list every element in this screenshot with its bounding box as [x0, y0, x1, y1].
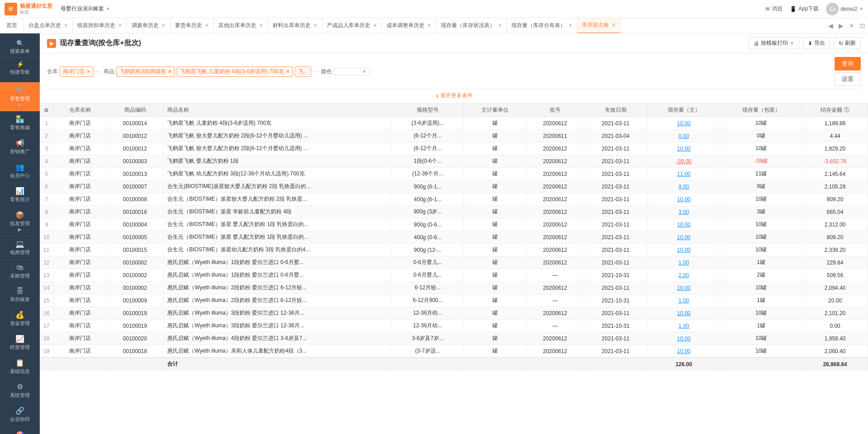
cell-qty-main[interactable]: 1.00 — [647, 256, 720, 269]
cell-qty-main[interactable]: 10.00 — [647, 142, 720, 155]
user-label: demo2 — [840, 6, 857, 12]
cell-qty-main[interactable]: 10.00 — [647, 332, 720, 345]
cell-qty-main[interactable]: 2.00 — [647, 269, 720, 282]
sidebar-item-retail-shop[interactable]: 🏪 零售商城 — [0, 111, 40, 135]
tab-close-7[interactable]: ✕ — [427, 23, 431, 28]
cell-batch: 20200612 — [526, 180, 584, 193]
cell-warehouse: 南岸门店 — [53, 282, 106, 294]
sidebar-item-guide[interactable]: 🎯 新手引导 — [0, 427, 40, 434]
sidebar-item-basic-info[interactable]: 📋 基础信息 — [0, 355, 40, 379]
tab-close-6[interactable]: ✕ — [373, 23, 377, 28]
setting-btn[interactable]: 设置 — [835, 72, 861, 86]
tab-close-3[interactable]: ✕ — [205, 23, 209, 28]
sidebar-item-finance[interactable]: 💰 资金管理 — [0, 307, 40, 331]
sidebar-item-enterprise[interactable]: 🔗 企业协同 — [0, 403, 40, 427]
cell-qty-main[interactable]: 3.00 — [647, 206, 720, 218]
product-tag-0-close-icon[interactable]: ✕ — [168, 69, 172, 75]
tab-close-0[interactable]: ✕ — [64, 23, 68, 28]
cell-qty-main[interactable]: 1.00 — [647, 294, 720, 307]
cell-balance: 2,105.28 — [802, 180, 868, 193]
user-area[interactable]: Ea demo2 ▼ — [826, 3, 863, 15]
sidebar-item-inventory[interactable]: 🗄 库存核算 — [0, 283, 40, 307]
tab-close-2[interactable]: ✕ — [161, 23, 165, 28]
sidebar-item-purchase[interactable]: 🛍 采购管理 — [0, 260, 40, 283]
refresh-btn[interactable]: ↻ 刷新 — [834, 37, 861, 49]
cell-num: 3 — [40, 142, 53, 155]
query-btn[interactable]: 查询 — [835, 57, 861, 71]
warehouse-tag[interactable]: 南岸门店 ✕ — [60, 66, 94, 77]
warehouse-more-btn[interactable]: ··· — [95, 68, 100, 75]
tab-item-0[interactable]: 分盘点单历史 ✕ — [24, 18, 73, 33]
cell-qty-main[interactable]: 0.00 — [647, 130, 720, 142]
tab-close-all-btn[interactable]: ✕ — [846, 18, 857, 33]
tab-item-7[interactable]: 成本调整单历史 ✕ — [382, 18, 436, 33]
product-tag-1-close-icon[interactable]: ✕ — [286, 69, 290, 75]
tab-item-8[interactable]: 现存量（库存状况表） ✕ — [436, 18, 507, 33]
cell-qty-pkg: -39罐 — [720, 155, 802, 168]
tab-item-1[interactable]: 组装拆卸单历史 ✕ — [73, 18, 127, 33]
cell-qty-main[interactable]: 9.00 — [647, 180, 720, 193]
expand-conditions-btn[interactable]: ∨ 展开更多条件 — [47, 89, 861, 99]
print-icon: 🖨 — [754, 40, 759, 47]
tab-item-3[interactable]: 要货单历史 ✕ — [170, 18, 214, 33]
sidebar-item-retail-mgmt[interactable]: 🛒 零售管理 ▶ — [0, 82, 40, 111]
col-settings[interactable]: ⚙ — [40, 104, 53, 117]
cell-qty-main[interactable]: 10.00 — [647, 282, 720, 294]
tab-menu-btn[interactable]: ⊡ — [857, 18, 868, 33]
search-menu-btn[interactable]: 🔍 搜索菜单 — [0, 37, 40, 57]
tab-item-5[interactable]: 材料出库单历史 ✕ — [268, 18, 322, 33]
product-more-btn[interactable]: ··· — [313, 68, 317, 75]
sidebar-item-wholesale[interactable]: 📦 批发管理 ▶ — [0, 207, 40, 236]
tab-next-btn[interactable]: ▶ — [836, 18, 846, 33]
cell-balance: -3,652.76 — [802, 155, 868, 168]
tab-item-6[interactable]: 产成品入库单历史 ✕ — [322, 18, 382, 33]
tab-home[interactable]: 首页 — [0, 18, 24, 33]
sidebar-item-member[interactable]: 👥 会员中心 — [0, 159, 40, 183]
product-tag-more[interactable]: 飞... — [295, 66, 311, 77]
tab-item-10[interactable]: 库存批次账 ✕ — [577, 18, 621, 33]
tab-item-2[interactable]: 调拨单历史 ✕ — [127, 18, 170, 33]
cell-spec: 900g (12-... — [392, 244, 463, 256]
tab-item-4[interactable]: 其他出库单历史 ✕ — [214, 18, 268, 33]
print-btn[interactable]: 🖨 按模板打印 ▼ — [749, 37, 799, 49]
cell-qty-main[interactable]: 10.00 — [647, 231, 720, 244]
collapse-sidebar-btn[interactable]: ▶ — [47, 39, 56, 48]
cell-qty-main[interactable]: 10.00 — [647, 117, 720, 130]
cell-qty-main[interactable]: 10.00 — [647, 244, 720, 256]
product-tag-more-value: 飞... — [298, 68, 308, 75]
quick-nav-label: 快捷导航 — [10, 69, 30, 75]
quick-nav-btn[interactable]: ⚡ 快捷导航 — [0, 57, 40, 78]
export-btn[interactable]: ⬇ 导出 — [803, 37, 830, 49]
tab-close-8[interactable]: ✕ — [498, 23, 502, 28]
cell-qty-main[interactable]: 10.00 — [647, 345, 720, 358]
product-tag-0[interactable]: 飞鹤奶粉3段两罐装 ✕ — [116, 66, 175, 77]
sidebar-item-ecommerce[interactable]: 💻 电商管理 — [0, 236, 40, 260]
cell-qty-main[interactable]: 11.00 — [647, 168, 720, 180]
tab-close-9[interactable]: ✕ — [568, 23, 572, 28]
cell-num: 11 — [40, 244, 53, 256]
tab-close-1[interactable]: ✕ — [118, 23, 122, 28]
tab-close-10[interactable]: ✕ — [612, 22, 616, 28]
tab-item-9[interactable]: 现存量（库存分布表） ✕ — [507, 18, 577, 33]
cell-qty-pkg: 10罐 — [720, 218, 802, 231]
warehouse-tag-close-icon[interactable]: ✕ — [86, 69, 90, 75]
color-filter-input[interactable]: ▼ — [334, 68, 370, 75]
cell-qty-main[interactable]: 10.00 — [647, 218, 720, 231]
account-selector[interactable]: 母婴行业演示账套 ▼ — [61, 5, 110, 13]
sidebar-item-operations[interactable]: 📈 经营管理 — [0, 331, 40, 355]
tab-close-4[interactable]: ✕ — [259, 23, 263, 28]
cell-qty-main[interactable]: 10.00 — [647, 193, 720, 206]
table-row: 19 南岸门店 00100018 惠氏启赋（Wyeth illuma）亲和人体儿… — [40, 345, 868, 358]
sidebar-item-system[interactable]: ⚙ 系统管理 — [0, 379, 40, 403]
tab-prev-btn[interactable]: ◀ — [826, 18, 836, 33]
product-tag-1[interactable]: 飞鹤星飞帆 儿童奶粉 4段(3-6岁适用) 700克 ✕ — [177, 66, 293, 77]
sidebar-item-marketing[interactable]: 📢 营销推广 — [0, 135, 40, 159]
tab-close-5[interactable]: ✕ — [313, 23, 317, 28]
sidebar-items: 🛒 零售管理 ▶ 🏪 零售商城 📢 营销推广 👥 会员中心 📊 零售统计 — [0, 82, 40, 434]
cell-qty-main[interactable]: 10.00 — [647, 307, 720, 320]
app-download-btn[interactable]: 📱 App下载 — [790, 5, 819, 13]
message-btn[interactable]: ✉ 消息 — [765, 5, 783, 13]
cell-qty-main[interactable]: 1.00 — [647, 320, 720, 332]
sidebar-item-retail-stat[interactable]: 📊 零售统计 — [0, 183, 40, 207]
cell-qty-main[interactable]: -39.00 — [647, 155, 720, 168]
